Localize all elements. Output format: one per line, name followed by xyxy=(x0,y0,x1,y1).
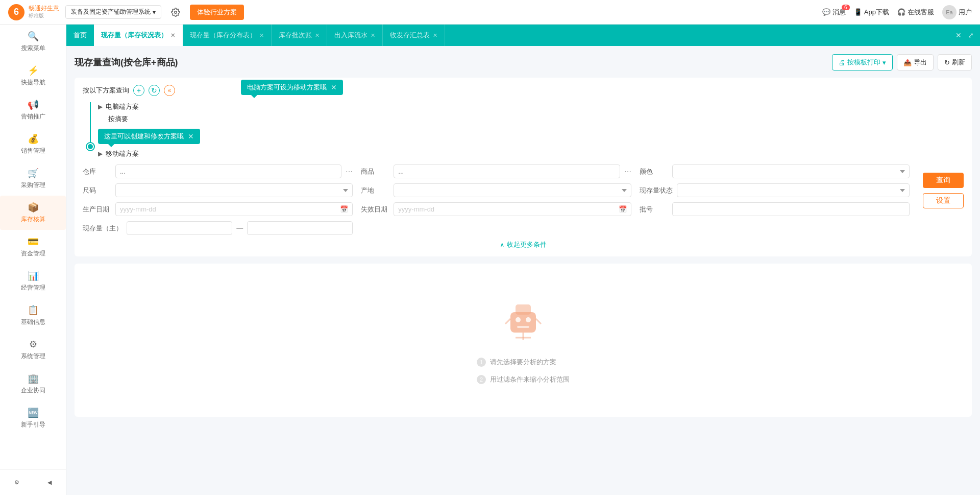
top-bar-right: 💬 消息 6 📱 App下载 🎧 在线客服 Ea 用户 xyxy=(822,5,972,19)
gear-icon: ⚙ xyxy=(29,339,37,350)
sidebar-item-operations[interactable]: 📊 经营管理 xyxy=(0,264,66,298)
tab-close-batch-account[interactable]: ✕ xyxy=(315,32,320,39)
tab-recv-summary[interactable]: 收发存汇总表 ✕ xyxy=(383,25,445,46)
svg-rect-5 xyxy=(517,326,529,328)
stock-status-select[interactable] xyxy=(677,183,910,197)
tab-bar: 首页 现存量（库存状况表） ✕ 现存量（库存分布表） ✕ 库存批次账 ✕ 出入库… xyxy=(66,25,980,46)
collapse-btn[interactable]: ∧ 收起更多条件 xyxy=(83,240,964,249)
query-btn[interactable]: 查询 xyxy=(923,173,964,188)
expiry-date-input[interactable]: yyyy-mm-dd 📅 xyxy=(394,202,631,216)
sidebar-item-label: 资金管理 xyxy=(21,249,45,258)
tab-inventory-status[interactable]: 现存量（库存状况表） ✕ xyxy=(94,25,183,46)
sidebar-item-enterprise[interactable]: 🏢 企业协同 xyxy=(0,367,66,401)
close-all-tabs-btn[interactable]: ✕ xyxy=(953,29,964,41)
sidebar-item-marketing[interactable]: 📢 营销推广 xyxy=(0,93,66,127)
app-download-btn[interactable]: 📱 App下载 xyxy=(854,8,889,17)
clipboard-icon: 📋 xyxy=(28,304,39,316)
scheme-item-digest[interactable]: 按摘要 xyxy=(108,114,964,124)
export-btn[interactable]: 📤 导出 xyxy=(897,54,934,70)
message-btn[interactable]: 💬 消息 6 xyxy=(822,8,846,17)
warehouse-more-icon[interactable]: ⋯ xyxy=(346,168,353,176)
sidebar-collapse-btn[interactable]: ◀ xyxy=(43,474,56,491)
size-select[interactable] xyxy=(115,183,353,197)
tab-close-inventory-status[interactable]: ✕ xyxy=(170,32,175,39)
logo-icon: 6 xyxy=(8,4,24,20)
stock-main-from[interactable] xyxy=(127,221,232,235)
export-icon: 📤 xyxy=(903,59,912,66)
svg-line-8 xyxy=(505,319,510,324)
tab-inventory-dist[interactable]: 现存量（库存分布表） ✕ xyxy=(183,25,272,46)
production-date-input[interactable]: yyyy-mm-dd 📅 xyxy=(115,202,353,216)
filter-production-date: 生产日期 yyyy-mm-dd 📅 xyxy=(83,202,353,216)
sidebar-item-label: 系统管理 xyxy=(21,352,45,361)
sidebar: 🔍 搜索菜单 ⚡ 快捷导航 📢 营销推广 💰 销售管理 🛒 采购管理 📦 xyxy=(0,25,66,495)
sidebar-item-label: 搜索菜单 xyxy=(21,44,45,53)
svg-point-0 xyxy=(175,11,177,13)
logo-text: 畅通好生意 xyxy=(29,5,59,13)
stock-main-to[interactable] xyxy=(247,221,353,235)
warehouse-input[interactable] xyxy=(115,164,341,178)
reset-btn[interactable]: 设置 xyxy=(923,193,964,208)
filter-label: 按以下方案查询 xyxy=(83,86,129,95)
batch-no-input[interactable] xyxy=(672,202,910,216)
sidebar-item-base-info[interactable]: 📋 基础信息 xyxy=(0,298,66,333)
filter-expiry-date: 失效日期 yyyy-mm-dd 📅 xyxy=(361,202,631,216)
filter-color: 颜色 xyxy=(640,164,910,178)
color-select[interactable] xyxy=(672,164,910,178)
online-support-btn[interactable]: 🎧 在线客服 xyxy=(897,8,934,17)
filter-origin: 产地 xyxy=(361,183,631,197)
sidebar-item-label: 企业协同 xyxy=(21,386,45,395)
query-column: 查询 设置 xyxy=(918,173,964,208)
sidebar-item-finance[interactable]: 💳 资金管理 xyxy=(0,230,66,264)
svg-rect-1 xyxy=(510,312,536,333)
goods-more-icon[interactable]: ⋯ xyxy=(624,168,631,176)
page-actions: 🖨 按模板打印 ▾ 📤 导出 ↻ 刷新 xyxy=(832,54,972,70)
headset-icon: 🎧 xyxy=(897,8,905,16)
sidebar-item-label: 新手引导 xyxy=(21,420,45,429)
filter-add-btn[interactable]: + xyxy=(133,85,144,96)
card-icon: 💳 xyxy=(28,236,39,247)
sidebar-item-search-menu[interactable]: 🔍 搜索菜单 xyxy=(0,25,66,59)
user-btn[interactable]: Ea 用户 xyxy=(942,5,972,19)
refresh-icon: ↻ xyxy=(944,59,950,66)
scheme-tooltip-close[interactable]: ✕ xyxy=(331,83,337,91)
tab-home[interactable]: 首页 xyxy=(66,25,94,46)
cart-icon: 🛒 xyxy=(28,168,39,179)
new-icon: 🆕 xyxy=(28,407,39,418)
sidebar-item-quick-nav[interactable]: ⚡ 快捷导航 xyxy=(0,59,66,93)
tab-close-recv-summary[interactable]: ✕ xyxy=(433,32,437,39)
sidebar-item-guide[interactable]: 🆕 新手引导 xyxy=(0,401,66,435)
building-icon: 🏢 xyxy=(28,373,39,384)
system-select[interactable]: 装备及固定资产辅助管理系统 ▾ xyxy=(65,5,161,19)
tab-close-inventory-dist[interactable]: ✕ xyxy=(259,32,264,39)
page-title: 现存量查询(按仓库+商品) xyxy=(75,56,178,68)
tab-inout-flow[interactable]: 出入库流水 ✕ xyxy=(327,25,383,46)
sidebar-item-purchase[interactable]: 🛒 采购管理 xyxy=(0,161,66,196)
desktop-scheme-row[interactable]: ▶ 电脑端方案 xyxy=(98,102,964,111)
lightning-icon: ⚡ xyxy=(28,65,39,76)
sidebar-settings-btn[interactable]: ⚙ xyxy=(10,474,23,491)
tab-batch-account[interactable]: 库存批次账 ✕ xyxy=(272,25,327,46)
goods-input[interactable] xyxy=(394,164,620,178)
sidebar-item-system[interactable]: ⚙ 系统管理 xyxy=(0,333,66,367)
origin-select[interactable] xyxy=(394,183,631,197)
main-content: 现存量查询(按仓库+商品) 🖨 按模板打印 ▾ 📤 导出 ↻ xyxy=(66,46,980,495)
sidebar-bottom: ⚙ ◀ xyxy=(0,469,66,495)
expand-tab-btn[interactable]: ⤢ xyxy=(966,29,976,41)
filter-refresh-btn[interactable]: ↻ xyxy=(149,85,160,96)
mobile-scheme-row[interactable]: ▶ 移动端方案 xyxy=(98,149,964,158)
tab-close-inout-flow[interactable]: ✕ xyxy=(371,32,375,39)
settings-icon-btn[interactable] xyxy=(167,4,184,20)
filter-back-btn[interactable]: « xyxy=(164,85,175,96)
scheme-create-tooltip-close[interactable]: ✕ xyxy=(188,132,194,140)
sidebar-item-sales[interactable]: 💰 销售管理 xyxy=(0,127,66,161)
filter-area: 按以下方案查询 + ↻ « 电脑方案可设为移动方案哦 ✕ xyxy=(75,78,972,256)
top-bar-left: 6 畅通好生意 标准版 装备及固定资产辅助管理系统 ▾ 体验行业方案 xyxy=(8,4,244,20)
sidebar-item-inventory[interactable]: 📦 库存核算 xyxy=(0,196,66,230)
filter-size: 尺码 xyxy=(83,183,353,197)
trial-btn[interactable]: 体验行业方案 xyxy=(190,5,244,20)
sidebar-item-label: 销售管理 xyxy=(21,147,45,155)
print-btn[interactable]: 🖨 按模板打印 ▾ xyxy=(832,54,893,70)
refresh-btn[interactable]: ↻ 刷新 xyxy=(938,54,972,70)
scheme-tooltip: 电脑方案可设为移动方案哦 ✕ xyxy=(241,80,343,95)
